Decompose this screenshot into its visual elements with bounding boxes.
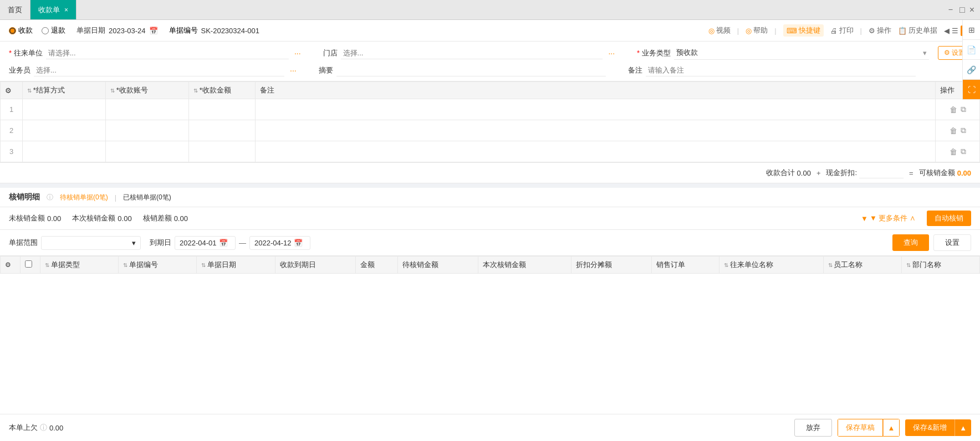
row-actions-2: 🗑 ⧉ bbox=[940, 126, 975, 135]
date-to-picker[interactable]: 2022-04-12 📅 bbox=[249, 236, 310, 250]
recon-filter: 单据范围 ▾ 到期日 2022-04-01 📅 — 2022-04-12 📅 bbox=[0, 230, 980, 256]
help-btn[interactable]: ◎ 帮助 bbox=[746, 25, 768, 35]
remark-input[interactable] bbox=[646, 64, 916, 76]
salesperson-input[interactable] bbox=[34, 64, 284, 76]
settle-1[interactable] bbox=[23, 99, 106, 120]
business-type-select[interactable]: 预收款 ▾ bbox=[674, 46, 929, 60]
discard-btn[interactable]: 放弃 bbox=[794, 419, 832, 437]
store-input[interactable] bbox=[341, 47, 603, 59]
prev-icon[interactable]: ◀ bbox=[944, 27, 950, 35]
account-3[interactable] bbox=[106, 141, 189, 162]
select-all-checkbox[interactable] bbox=[25, 260, 32, 268]
sidebar-doc-icon[interactable]: 📄 bbox=[963, 40, 981, 60]
carry-value: 0.00 bbox=[49, 424, 63, 432]
right-sidebar: ⊞ 📄 🔗 ⛶ bbox=[962, 20, 980, 100]
auto-reconcile-btn[interactable]: 自动核销 bbox=[927, 211, 971, 226]
recon-th-amount: 金额 bbox=[355, 257, 397, 274]
recon-th-gear[interactable]: ⚙ bbox=[1, 257, 21, 274]
recon-settings-btn[interactable]: 设置 bbox=[933, 234, 971, 251]
refund-radio[interactable]: 退款 bbox=[42, 25, 65, 35]
remark-label: 备注 bbox=[628, 65, 642, 75]
carry-label: 本单上欠 bbox=[9, 423, 38, 433]
doc-range-label: 单据范围 bbox=[9, 238, 38, 248]
delete-icon-2[interactable]: 🗑 bbox=[950, 126, 957, 135]
date-from-picker[interactable]: 2022-04-01 📅 bbox=[175, 236, 236, 250]
salesperson-label: 业务员 bbox=[9, 65, 30, 75]
recon-th-sales: 销售订单 bbox=[652, 257, 719, 274]
tab-home[interactable]: 首页 bbox=[0, 0, 30, 19]
account-1[interactable] bbox=[106, 99, 189, 120]
done-tab[interactable]: 已核销单据(0笔) bbox=[123, 193, 171, 202]
total-item: 收款合计 0.00 bbox=[766, 168, 811, 178]
table-row: 3 🗑 ⧉ bbox=[1, 141, 980, 162]
settle-3[interactable] bbox=[23, 141, 106, 162]
operation-icon: ⚙ bbox=[869, 27, 875, 35]
sidebar-table-icon[interactable]: ⊞ bbox=[963, 20, 981, 40]
amount-3[interactable] bbox=[189, 141, 256, 162]
receipt-table-section: ⚙ ⇅ *结算方式 ⇅ *收款账号 ⇅ *收款金额 备注 bbox=[0, 81, 980, 163]
pending-tab[interactable]: 待核销单据(0笔) bbox=[60, 193, 108, 202]
copy-icon-1[interactable]: ⧉ bbox=[961, 105, 966, 114]
tab-close-icon[interactable]: × bbox=[64, 6, 68, 14]
sort-icon: ⇅ bbox=[201, 262, 207, 268]
salesperson-more-icon[interactable]: ··· bbox=[290, 66, 297, 75]
sidebar-link-icon[interactable]: 🔗 bbox=[963, 60, 981, 80]
form-fields: * 往来单位 ··· 门店 ··· * 业务类型 预收款 bbox=[0, 42, 980, 81]
save-new-arrow[interactable]: ▲ bbox=[955, 419, 971, 436]
diff-stat: 核销差额 0.00 bbox=[143, 213, 188, 223]
recon-info-icon[interactable]: ⓘ bbox=[47, 193, 53, 202]
doc-range-chevron: ▾ bbox=[132, 239, 136, 247]
remark-2[interactable] bbox=[256, 120, 936, 141]
tab-receipt[interactable]: 收款单 × bbox=[30, 0, 76, 19]
account-2[interactable] bbox=[106, 120, 189, 141]
amount-1[interactable] bbox=[189, 99, 256, 120]
recon-th-customer: ⇅ 往来单位名称 bbox=[719, 257, 823, 274]
equals-sep: = bbox=[909, 169, 913, 177]
carry-info-icon[interactable]: ⓘ bbox=[40, 423, 47, 433]
save-new-split: 保存&新增 ▲ bbox=[905, 419, 971, 436]
th-settle: ⇅ *结算方式 bbox=[23, 82, 106, 99]
settle-2[interactable] bbox=[23, 120, 106, 141]
remark-3[interactable] bbox=[256, 141, 936, 162]
amount-2[interactable] bbox=[189, 120, 256, 141]
calendar-icon[interactable]: 📅 bbox=[149, 27, 158, 35]
th-remark: 备注 bbox=[256, 82, 936, 99]
copy-icon-2[interactable]: ⧉ bbox=[961, 126, 966, 135]
more-filter-btn[interactable]: ▼ ▼ 更多条件 ∧ bbox=[861, 213, 916, 223]
recon-th-checkbox[interactable] bbox=[21, 257, 40, 274]
summary-input[interactable] bbox=[336, 64, 606, 76]
row-num-2: 2 bbox=[1, 120, 23, 141]
delete-icon-1[interactable]: 🗑 bbox=[950, 105, 957, 114]
doc-range-select[interactable]: ▾ bbox=[41, 236, 141, 250]
th-amount: ⇅ *收款金额 bbox=[189, 82, 256, 99]
copy-icon-3[interactable]: ⧉ bbox=[961, 147, 966, 156]
save-draft-arrow[interactable]: ▲ bbox=[883, 419, 900, 437]
history-btn[interactable]: 📋 历史单据 bbox=[898, 25, 937, 35]
salesperson-group: 业务员 ··· bbox=[9, 64, 297, 76]
recon-table-wrap: ⚙ ⇅ 单据类型 ⇅ 单据编号 ⇅ bbox=[0, 256, 980, 414]
list-icon[interactable]: ☰ bbox=[952, 27, 958, 35]
minimize-btn[interactable]: － bbox=[946, 4, 955, 16]
remark-1[interactable] bbox=[256, 99, 936, 120]
print-btn[interactable]: 🖨 打印 bbox=[830, 25, 854, 35]
save-draft-btn[interactable]: 保存草稿 bbox=[838, 419, 883, 437]
customer-input[interactable] bbox=[46, 47, 289, 59]
delete-icon-3[interactable]: 🗑 bbox=[950, 147, 957, 156]
discount-input[interactable] bbox=[859, 167, 904, 178]
receipt-type-group: 收款 退款 bbox=[9, 25, 65, 35]
store-more-icon[interactable]: ··· bbox=[608, 49, 615, 58]
maximize-btn[interactable]: □ bbox=[959, 5, 965, 15]
sidebar-expand-icon[interactable]: ⛶ bbox=[963, 80, 981, 100]
operation-btn[interactable]: ⚙ 操作 bbox=[869, 25, 891, 35]
query-btn[interactable]: 查询 bbox=[892, 234, 929, 251]
date-value: 2023-03-24 bbox=[109, 27, 146, 35]
th-account: ⇅ *收款账号 bbox=[106, 82, 189, 99]
save-new-btn[interactable]: 保存&新增 bbox=[905, 419, 955, 436]
th-settings[interactable]: ⚙ bbox=[1, 82, 23, 99]
shortcut-btn[interactable]: ⌨ 快捷键 bbox=[783, 24, 824, 37]
customer-more-icon[interactable]: ··· bbox=[294, 49, 301, 58]
receipt-radio[interactable]: 收款 bbox=[9, 25, 33, 35]
window-close-btn[interactable]: × bbox=[969, 5, 974, 15]
video-btn[interactable]: ◎ 视频 bbox=[708, 25, 731, 35]
business-type-value: 预收款 bbox=[676, 48, 698, 58]
